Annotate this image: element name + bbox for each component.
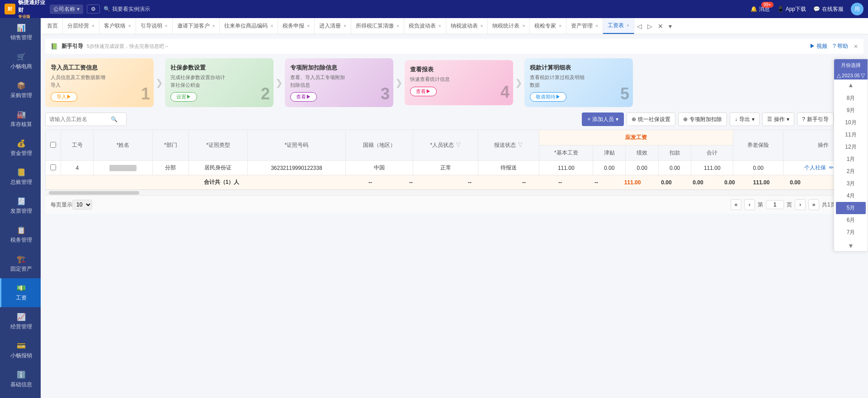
operations-btn[interactable]: ☰ 操作 ▾	[762, 112, 794, 126]
sidebar-item-inventory[interactable]: 🏭 库存核算	[0, 105, 41, 134]
filter-icon-status[interactable]: ▽	[456, 142, 461, 148]
tab-product-code[interactable]: 往来单位商品编码 ×	[220, 18, 278, 34]
month-item-11[interactable]: 11月	[834, 129, 868, 141]
month-item-2[interactable]: 2月	[834, 165, 868, 178]
guide-btn[interactable]: ? 新手引导	[797, 112, 834, 126]
next-page-btn[interactable]: ›	[795, 199, 806, 210]
month-item-8[interactable]: 8月	[834, 92, 868, 104]
search-icon[interactable]: 🔍	[111, 116, 118, 122]
tab-nav-prev[interactable]: ◁	[634, 23, 645, 30]
step-5-btn[interactable]: 敬请期待▶	[530, 92, 566, 102]
guide-video-btn[interactable]: ▶ 视频	[810, 42, 827, 50]
sidebar-item-purchase[interactable]: 📦 采购管理	[0, 76, 41, 105]
close-tab-income-tax[interactable]: ×	[396, 23, 399, 28]
sidebar-item-ledger[interactable]: 📒 总账管理	[0, 163, 41, 192]
month-nav-down-btn[interactable]: ▽	[861, 72, 865, 79]
tab-tax-expert[interactable]: 税检专家 ×	[530, 18, 566, 34]
company-selector[interactable]: 公司名称 ▾	[50, 5, 83, 14]
sidebar-item-finance[interactable]: 💰 资金管理	[0, 134, 41, 163]
close-tab-salary-sheet[interactable]: ×	[627, 23, 629, 28]
guide-help-btn[interactable]: ? 帮助	[833, 42, 848, 50]
step-3-btn[interactable]: 查看▶	[290, 92, 317, 102]
action-personal-insurance[interactable]: 个人社保	[804, 164, 826, 171]
tab-tax-report[interactable]: 税务申报 ×	[278, 18, 315, 34]
close-tab-tax-fluctuation[interactable]: ×	[481, 23, 483, 28]
search-input[interactable]	[49, 116, 108, 122]
month-item-5[interactable]: 5月	[836, 202, 866, 214]
month-item-7[interactable]: 7月	[834, 226, 868, 239]
tab-salary-sheet[interactable]: 工资表 ×	[603, 18, 634, 34]
user-avatar[interactable]: 用	[851, 3, 863, 15]
step-4-btn[interactable]: 查看▶	[410, 87, 437, 96]
export-btn[interactable]: ↓ 导出 ▾	[730, 112, 760, 126]
filter-icon-report[interactable]: ▽	[518, 142, 523, 148]
close-tab-layered[interactable]: ×	[92, 23, 94, 28]
message-btn[interactable]: 🔔 消息 99+	[750, 5, 770, 13]
month-item-4[interactable]: 4月	[834, 190, 868, 202]
close-tab-contact[interactable]: ×	[128, 23, 131, 28]
month-nav-up-btn[interactable]: △	[837, 72, 841, 79]
tab-layered[interactable]: 分层经营 ×	[63, 18, 99, 34]
tab-menu[interactable]: ▾	[666, 23, 675, 30]
close-tab-product-code[interactable]: ×	[270, 23, 273, 28]
tab-home[interactable]: 首页	[42, 18, 63, 34]
sidebar-item-tax[interactable]: 📋 税务管理	[0, 220, 41, 249]
close-tab-tax-burden[interactable]: ×	[439, 23, 441, 28]
step-1-btn[interactable]: 导入▶	[51, 92, 77, 102]
add-employee-btn[interactable]: + 添加人员 ▾	[582, 112, 624, 126]
sidebar-item-ecommerce[interactable]: 🛒 小畅电商	[0, 47, 41, 76]
close-tab-tax-stats[interactable]: ×	[522, 23, 525, 28]
close-tab-invite[interactable]: ×	[212, 23, 215, 28]
guide-close-btn[interactable]: ✕	[854, 43, 858, 50]
action-edit[interactable]: ✏	[829, 164, 834, 171]
close-tab-guide[interactable]: ×	[165, 23, 168, 28]
select-all-checkbox[interactable]	[50, 142, 56, 148]
tab-tax-burden[interactable]: 税负波动表 ×	[404, 18, 446, 34]
tab-invite[interactable]: 邀请下游客户 ×	[173, 18, 220, 34]
close-tab-assets-mgmt[interactable]: ×	[595, 23, 598, 28]
month-item-10[interactable]: 10月	[834, 117, 868, 129]
tab-tax-stats[interactable]: 纳税统计表 ×	[488, 18, 530, 34]
tab-guide[interactable]: 引导说明 ×	[136, 18, 173, 34]
close-tab-tax-expert[interactable]: ×	[559, 23, 561, 28]
month-item-1[interactable]: 1月	[834, 153, 868, 165]
last-page-btn[interactable]: »	[808, 199, 819, 210]
online-service-btn[interactable]: 💬 在线客服	[813, 5, 844, 13]
month-scroll-down-btn[interactable]: ▼	[834, 240, 868, 251]
per-page-select[interactable]: 10 20 50	[72, 200, 92, 210]
base-icon: ℹ️	[17, 370, 26, 379]
sidebar-item-base[interactable]: ℹ️ 基础信息	[0, 365, 41, 394]
first-page-btn[interactable]: «	[731, 199, 741, 210]
sidebar-item-operations[interactable]: 📈 经营管理	[0, 307, 41, 336]
tab-tax-fluctuation[interactable]: 纳税波动表 ×	[446, 18, 488, 34]
sidebar-item-system[interactable]: ⚙️ 系统管理	[0, 394, 41, 398]
sidebar-item-salary[interactable]: 💵 工资	[0, 278, 41, 307]
special-deduction-btn[interactable]: ⊕ 专项附加扣除	[678, 112, 727, 126]
tab-clearance[interactable]: 进入清册 ×	[315, 18, 351, 34]
month-item-6[interactable]: 6月	[834, 214, 868, 226]
sidebar-item-expense[interactable]: 💳 小畅报销	[0, 336, 41, 365]
tab-contact[interactable]: 客户联络 ×	[99, 18, 136, 34]
tab-assets-mgmt[interactable]: 资产管理 ×	[566, 18, 603, 34]
close-tab-tax-report[interactable]: ×	[307, 23, 310, 28]
page-number-input[interactable]	[766, 200, 784, 209]
row-select-checkbox[interactable]	[50, 164, 56, 170]
month-item-9[interactable]: 9月	[834, 104, 868, 117]
app-download-btn[interactable]: 📱 App下载	[777, 5, 806, 13]
sidebar-item-assets[interactable]: 🏗️ 固定资产	[0, 249, 41, 278]
step-2-btn[interactable]: 设置▶	[170, 92, 197, 102]
prev-page-btn[interactable]: ‹	[744, 199, 755, 210]
sidebar-item-sales[interactable]: 📊 销售管理	[0, 18, 41, 47]
tab-nav-next[interactable]: ▷	[645, 23, 655, 30]
month-item-3[interactable]: 3月	[834, 178, 868, 190]
unified-settings-btn[interactable]: ⊕ 统一社保设置	[627, 112, 675, 126]
settings-btn[interactable]: ⚙	[87, 5, 100, 14]
horizontal-scrollbar[interactable]	[49, 191, 139, 195]
tab-close-all[interactable]: ✕	[655, 23, 666, 30]
month-scroll-up-btn[interactable]: ▲	[834, 80, 868, 90]
sidebar-item-invoice[interactable]: 🧾 发票管理	[0, 192, 41, 220]
tab-income-tax[interactable]: 所得税汇算清缴 ×	[351, 18, 404, 34]
month-item-12[interactable]: 12月	[834, 141, 868, 153]
close-tab-clearance[interactable]: ×	[344, 23, 346, 28]
demo-search-btn[interactable]: 🔍 我要看实例演示	[104, 5, 150, 13]
